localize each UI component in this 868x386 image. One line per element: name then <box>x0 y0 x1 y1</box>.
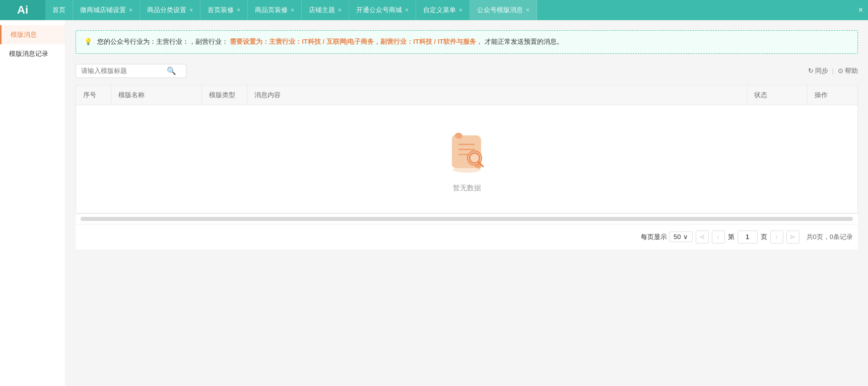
notice-suffix: 才能正常发送预置的消息。 <box>485 38 563 45</box>
nav-tab-0[interactable]: 首页 <box>45 0 73 20</box>
nav-tab-7[interactable]: 自定义菜单× <box>416 0 470 20</box>
notice-banner: 💡 您的公众号行业为：主营行业：，副营行业： 需要设置为：主营行业：IT科技 /… <box>76 30 858 54</box>
page-di-label: 第 <box>728 233 735 242</box>
empty-icon <box>442 125 492 176</box>
table-header: 序号模版名称模版类型消息内容状态操作 <box>76 85 858 105</box>
prev-page-button[interactable]: ‹ <box>712 230 725 244</box>
empty-state: 暂无数据 <box>76 105 857 213</box>
empty-text: 暂无数据 <box>76 184 857 193</box>
nav-tab-8[interactable]: 公众号模版消息× <box>470 0 537 20</box>
chevron-down-icon: ∨ <box>683 233 688 241</box>
pagination-wrap: 每页显示 50 ∨ ⊲ ‹ 第 页 › ⊳ 共0页，0条记录 <box>76 224 858 250</box>
help-label: 帮助 <box>845 66 858 75</box>
table-col-header-5: 操作 <box>808 85 858 105</box>
tab-close-icon-3[interactable]: × <box>237 7 240 14</box>
tab-close-icon-6[interactable]: × <box>405 7 409 14</box>
main-content: 💡 您的公众号行业为：主营行业：，副营行业： 需要设置为：主营行业：IT科技 /… <box>65 20 868 386</box>
help-icon: ⊙ <box>838 67 843 74</box>
page-unit-label: 页 <box>761 233 767 242</box>
toolbar-divider: | <box>832 67 834 74</box>
help-button[interactable]: ⊙ 帮助 <box>838 66 858 75</box>
toolbar-right: ↻ 同步 | ⊙ 帮助 <box>808 66 858 75</box>
tab-close-icon-4[interactable]: × <box>291 7 294 14</box>
table-header-row: 序号模版名称模版类型消息内容状态操作 <box>76 85 858 105</box>
sync-label: 同步 <box>815 66 828 75</box>
tab-close-icon-1[interactable]: × <box>129 7 132 14</box>
sidebar-item-1[interactable]: 模版消息记录 <box>0 44 65 63</box>
table-col-header-4: 状态 <box>747 85 808 105</box>
first-page-button[interactable]: ⊲ <box>696 230 709 244</box>
page-size-select: 每页显示 50 ∨ <box>641 231 692 242</box>
table-col-header-2: 模版类型 <box>202 85 247 105</box>
notice-icon: 💡 <box>84 38 92 45</box>
last-page-button[interactable]: ⊳ <box>786 230 799 244</box>
main-layout: 模版消息模版消息记录 💡 您的公众号行业为：主营行业：，副营行业： 需要设置为：… <box>0 20 868 386</box>
table-col-header-1: 模版名称 <box>111 85 202 105</box>
tab-close-icon-5[interactable]: × <box>338 7 342 14</box>
nav-tab-4[interactable]: 商品页装修× <box>248 0 302 20</box>
sync-icon: ↻ <box>808 67 814 74</box>
tab-close-icon-2[interactable]: × <box>189 7 193 14</box>
search-input[interactable] <box>81 67 167 74</box>
search-input-wrap[interactable]: 🔍 <box>76 64 186 78</box>
page-size-value: 50 <box>674 233 681 241</box>
nav-tab-3[interactable]: 首页装修× <box>201 0 248 20</box>
brand-logo: Ai <box>0 0 45 20</box>
nav-tab-6[interactable]: 开通公众号商城× <box>349 0 416 20</box>
next-page-button[interactable]: › <box>770 230 783 244</box>
table-empty-row: 暂无数据 <box>76 105 858 213</box>
nav-tab-1[interactable]: 微商城店铺设置× <box>73 0 140 20</box>
page-size-prefix: 每页显示 <box>641 233 667 242</box>
sync-button[interactable]: ↻ 同步 <box>808 66 828 75</box>
table-body: 暂无数据 <box>76 105 858 213</box>
nav-tab-5[interactable]: 店铺主题× <box>302 0 349 20</box>
table-col-header-0: 序号 <box>76 85 111 105</box>
page-number-input[interactable] <box>738 230 758 244</box>
page-total: 共0页，0条记录 <box>807 233 853 242</box>
tab-close-icon-8[interactable]: × <box>526 7 529 14</box>
page-size-dropdown[interactable]: 50 ∨ <box>669 231 692 242</box>
close-all-button[interactable]: × <box>858 6 863 15</box>
top-nav-bar: Ai 首页微商城店铺设置×商品分类设置×首页装修×商品页装修×店铺主题×开通公众… <box>0 0 868 20</box>
search-bar: 🔍 ↻ 同步 | ⊙ 帮助 <box>76 64 858 78</box>
scroll-bar-wrap <box>76 213 858 224</box>
nav-tab-2[interactable]: 商品分类设置× <box>140 0 201 20</box>
search-icon[interactable]: 🔍 <box>167 66 176 75</box>
notice-highlight: 需要设置为：主营行业：IT科技 / 互联网|电子商务，副营行业：IT科技 / I… <box>230 38 483 45</box>
sidebar: 模版消息模版消息记录 <box>0 20 65 386</box>
notice-prefix: 您的公众号行业为：主营行业：，副营行业： <box>97 38 228 45</box>
sidebar-item-0[interactable]: 模版消息 <box>0 25 65 44</box>
scroll-bar-track[interactable] <box>81 217 853 221</box>
tab-close-icon-7[interactable]: × <box>459 7 462 14</box>
nav-tabs: 首页微商城店铺设置×商品分类设置×首页装修×商品页装修×店铺主题×开通公众号商城… <box>45 0 868 20</box>
table-col-header-3: 消息内容 <box>247 85 747 105</box>
data-table: 序号模版名称模版类型消息内容状态操作 <box>76 85 858 213</box>
